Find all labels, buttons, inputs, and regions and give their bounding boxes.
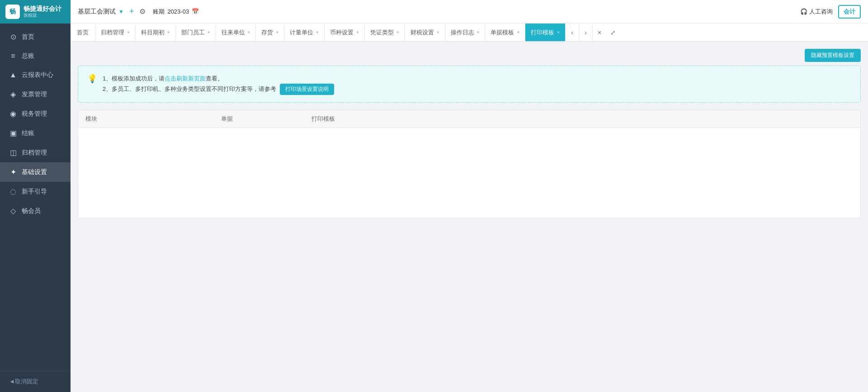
sidebar-label-invoice: 发票管理 [22,90,47,99]
notice-refresh-link[interactable]: 点击刷新新页面 [165,75,206,82]
period-value: 2023-03 [167,8,189,15]
sidebar-unpin[interactable]: ◄取消固定 [0,371,71,392]
tab-operation-log[interactable]: 操作日志 × [445,24,486,41]
notice-box: 💡 1、模板添加成功后，请点击刷新新页面查看。 2、多员工、多打印机、多种业务类… [78,66,861,103]
sidebar-icon-checkout: ▣ [9,129,17,137]
tab-tax-settings[interactable]: 财税设置 × [405,24,445,41]
company-arrow-icon: ▼ [118,9,124,15]
sidebar-label-settings: 基础设置 [22,168,47,176]
tab-archive[interactable]: 归档管理 × [95,24,136,41]
tab-home[interactable]: 首页 [71,24,95,41]
logo-icon: 畅 [5,5,20,19]
sidebar-logo: 畅 畅捷通好会计 旗舰版 [0,0,71,24]
tab-inventory[interactable]: 存货 × [256,24,284,41]
headset-icon: 🎧 [800,8,807,15]
tab-currency[interactable]: 币种设置 × [325,24,365,41]
sidebar: 畅 畅捷通好会计 旗舰版 ⊙首页≡总账▲云报表中心◈发票管理◉税务管理▣结账◫归… [0,0,71,392]
tab-inventory-close[interactable]: × [276,30,278,35]
company-selector[interactable]: 基层工会测试 ▼ [78,8,124,16]
tab-operation-log-close[interactable]: × [477,30,480,35]
sidebar-icon-member: ◇ [9,207,17,215]
sidebar-label-member: 畅会员 [22,207,41,215]
sidebar-item-reports[interactable]: ▲云报表中心 [0,66,71,85]
print-scene-button[interactable]: 打印场景设置说明 [280,84,334,95]
settings-gear-icon[interactable]: ⚙ [139,7,146,16]
main-content: 隐藏预置模板设置 💡 1、模板添加成功后，请点击刷新新页面查看。 2、多员工、多… [71,42,868,392]
col-template: 打印模板 [304,115,860,123]
bulb-icon: 💡 [87,74,97,84]
tab-print-template[interactable]: 打印模板 × [525,24,566,41]
col-module: 模块 [78,115,214,123]
table-body [78,128,861,218]
tab-currency-close[interactable]: × [356,30,359,35]
company-name: 基层工会测试 [78,8,116,16]
add-tab-button[interactable]: + [129,7,134,16]
sidebar-icon-settings: ✦ [9,168,17,176]
notice-text: 1、模板添加成功后，请点击刷新新页面查看。 2、多员工、多打印机、多种业务类型设… [103,73,334,95]
tab-next-button[interactable]: › [579,24,593,41]
tab-tax-settings-close[interactable]: × [437,30,439,35]
tab-measure[interactable]: 计量单位 × [284,24,325,41]
tab-voucher-type[interactable]: 凭证类型 × [365,24,405,41]
tab-single-template[interactable]: 单据模板 × [485,24,525,41]
kuaiji-button[interactable]: 会计 [838,5,861,19]
logo-text: 畅捷通好会计 旗舰版 [24,5,61,19]
sidebar-item-ledger[interactable]: ≡总账 [0,47,71,66]
tab-partner-close[interactable]: × [248,30,250,35]
sidebar-icon-guide: ◌ [9,187,17,196]
sidebar-label-checkout: 结账 [22,129,34,137]
tabbar: 首页 归档管理 × 科目期初 × 部门员工 × 往来单位 × 存货 × 计量单位… [71,24,868,42]
sidebar-icon-archive: ◫ [9,148,17,157]
topbar-right: 🎧 人工咨询 会计 [800,5,861,19]
sidebar-icon-reports: ▲ [9,71,17,79]
period-selector: 账期 2023-03 📅 [153,8,199,16]
sidebar-label-home: 首页 [22,33,34,41]
topbar: 基层工会测试 ▼ + ⚙ 账期 2023-03 📅 🎧 人工咨询 会计 [71,0,868,24]
tab-period-init-close[interactable]: × [167,30,170,35]
sidebar-item-settings[interactable]: ✦基础设置 [0,162,71,182]
sidebar-icon-ledger: ≡ [9,52,17,60]
tab-period-init[interactable]: 科目期初 × [136,24,176,41]
sidebar-label-ledger: 总账 [22,52,34,60]
hide-template-area: 隐藏预置模板设置 [78,49,861,62]
period-label: 账期 [153,8,165,16]
sidebar-item-guide[interactable]: ◌新手引导 [0,182,71,201]
table-header: 模块 单据 打印模板 [78,110,861,128]
sidebar-icon-home: ⊙ [9,33,17,41]
tab-prev-button[interactable]: ‹ [566,24,579,41]
sidebar-label-archive: 归档管理 [22,149,47,157]
sidebar-icon-invoice: ◈ [9,90,17,99]
sidebar-icon-tax: ◉ [9,109,17,118]
tab-expand-button[interactable]: ⤢ [606,24,620,41]
tab-print-template-close[interactable]: × [557,30,560,35]
tab-single-template-close[interactable]: × [517,30,519,35]
col-doc: 单据 [214,115,304,123]
sidebar-item-member[interactable]: ◇畅会员 [0,201,71,221]
tab-archive-close[interactable]: × [127,30,130,35]
calendar-icon[interactable]: 📅 [192,8,199,15]
tab-measure-close[interactable]: × [316,30,319,35]
sidebar-label-guide: 新手引导 [22,188,47,196]
sidebar-item-checkout[interactable]: ▣结账 [0,123,71,143]
sidebar-item-home[interactable]: ⊙首页 [0,27,71,47]
notice-line1: 1、模板添加成功后，请点击刷新新页面查看。 [103,73,334,84]
tab-dept-staff[interactable]: 部门员工 × [176,24,216,41]
tab-close-all-button[interactable]: × [593,24,606,41]
sidebar-item-invoice[interactable]: ◈发票管理 [0,85,71,104]
sidebar-nav: ⊙首页≡总账▲云报表中心◈发票管理◉税务管理▣结账◫归档管理✦基础设置◌新手引导… [0,24,71,371]
customer-service-button[interactable]: 🎧 人工咨询 [800,8,833,16]
sidebar-item-archive[interactable]: ◫归档管理 [0,143,71,162]
tab-partner[interactable]: 往来单位 × [216,24,256,41]
notice-line2: 2、多员工、多打印机、多种业务类型设置不同打印方案等，请参考 打印场景设置说明 [103,84,334,95]
sidebar-label-reports: 云报表中心 [22,71,53,79]
sidebar-item-tax[interactable]: ◉税务管理 [0,104,71,123]
tab-voucher-type-close[interactable]: × [396,30,399,35]
main-area: 基层工会测试 ▼ + ⚙ 账期 2023-03 📅 🎧 人工咨询 会计 首页 归… [71,0,868,392]
tab-dept-staff-close[interactable]: × [208,30,210,35]
sidebar-label-tax: 税务管理 [22,110,47,118]
hide-template-button[interactable]: 隐藏预置模板设置 [805,49,861,62]
